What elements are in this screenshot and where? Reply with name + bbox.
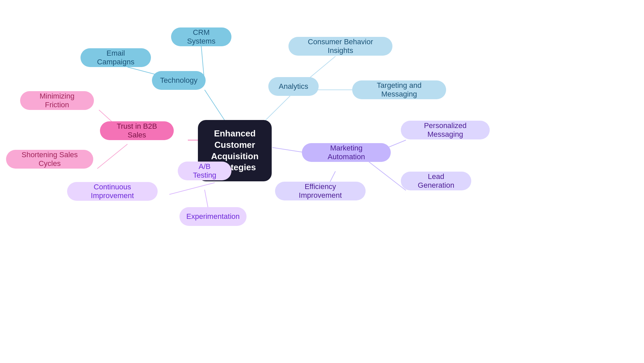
- svg-line-15: [369, 162, 406, 190]
- consumer-behavior-label: Consumer Behavior Insights: [298, 38, 383, 55]
- crm-label: CRM Systems: [180, 28, 222, 46]
- node-analytics: Analytics: [268, 77, 319, 96]
- targeting-label: Targeting and Messaging: [362, 81, 437, 99]
- node-technology: Technology: [152, 71, 206, 90]
- shortening-label: Shortening Sales Cycles: [15, 150, 84, 168]
- lead-generation-label: Lead Generation: [410, 172, 462, 190]
- continuous-label: Continuous Improvement: [76, 183, 148, 200]
- node-trust: Trust in B2B Sales: [100, 121, 174, 140]
- node-shortening: Shortening Sales Cycles: [6, 150, 93, 169]
- efficiency-label: Efficiency Improvement: [284, 182, 356, 200]
- minimizing-label: Minimizing Friction: [30, 92, 85, 109]
- personalized-messaging-label: Personalized Messaging: [410, 121, 480, 139]
- node-continuous: Continuous Improvement: [67, 182, 158, 201]
- node-marketing-automation: Marketing Automation: [302, 143, 391, 162]
- ab-testing-label: A/B Testing: [187, 162, 222, 180]
- node-lead-generation: Lead Generation: [401, 172, 471, 190]
- analytics-label: Analytics: [279, 82, 308, 91]
- node-personalized-messaging: Personalized Messaging: [401, 121, 490, 139]
- experimentation-label: Experimentation: [186, 212, 240, 221]
- node-ab-testing: A/B Testing: [178, 162, 231, 180]
- email-label: Email Campaigns: [90, 49, 142, 66]
- node-email: Email Campaigns: [80, 48, 151, 67]
- trust-label: Trust in B2B Sales: [109, 122, 164, 139]
- node-consumer-behavior: Consumer Behavior Insights: [288, 37, 392, 56]
- svg-line-8: [97, 144, 127, 169]
- node-targeting: Targeting and Messaging: [352, 80, 446, 99]
- marketing-automation-label: Marketing Automation: [311, 144, 381, 161]
- technology-label: Technology: [160, 76, 197, 85]
- node-crm: CRM Systems: [171, 27, 231, 46]
- node-experimentation: Experimentation: [179, 207, 247, 226]
- node-efficiency: Efficiency Improvement: [275, 182, 366, 200]
- node-minimizing: Minimizing Friction: [20, 91, 94, 110]
- svg-line-11: [169, 183, 215, 194]
